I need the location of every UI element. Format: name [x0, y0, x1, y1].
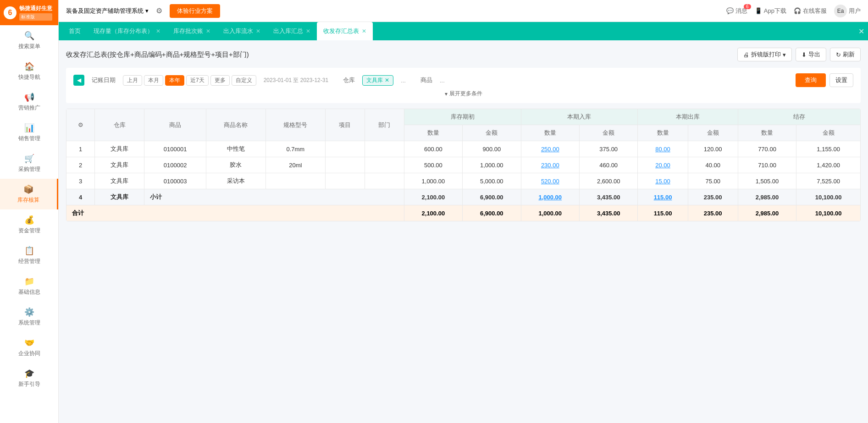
online-service-button[interactable]: 🎧 在线客服 [794, 7, 827, 15]
trial-button[interactable]: 体验行业方案 [170, 4, 220, 18]
row-goods-spec: 20ml [265, 157, 325, 173]
total-out-qty: 115.00 [638, 205, 688, 221]
query-button[interactable]: 查询 [796, 73, 826, 87]
total-close-amt: 10,100.00 [796, 205, 861, 221]
topbar-right: 💬 消息 6 📱 App下载 🎧 在线客服 Ea 用户 [726, 5, 861, 17]
page-title-actions: 🖨 拆镜版打印 ▾ ⬇ 导出 ↻ 刷新 [737, 48, 861, 61]
export-icon: ⬇ [802, 51, 807, 58]
date-shortcut-近7天[interactable]: 近7天 [186, 75, 209, 86]
warehouse-tag-close-icon[interactable]: ✕ [385, 77, 389, 83]
sidebar-item-enterprise[interactable]: 🤝企业协同 [0, 332, 58, 363]
total-in-amt: 3,435.00 [579, 205, 637, 221]
row-in-qty[interactable]: 520.00 [521, 173, 579, 189]
nav-tab-inventory-dist[interactable]: 现存量（库存分布表）✕ [87, 22, 167, 40]
col-out-qty: 数量 [638, 125, 688, 141]
sidebar-item-newbie[interactable]: 🎓新手引导 [0, 363, 58, 394]
filter-settings-button[interactable]: 设置 [829, 73, 853, 87]
row-close-qty: 1,505.00 [738, 173, 796, 189]
col-group-outbound: 本期出库 [638, 109, 738, 125]
subtotal-out-qty[interactable]: 115.00 [638, 189, 688, 205]
warehouse-tag[interactable]: 文具库 ✕ [362, 75, 393, 86]
nav-tab-close-inout-summary[interactable]: ✕ [306, 28, 310, 34]
sidebar-item-label-quick-nav: 快捷导航 [18, 73, 40, 81]
col-settings-header[interactable]: ⚙ [66, 109, 95, 141]
message-badge: 6 [744, 4, 751, 9]
goods-more-button[interactable]: ... [440, 77, 445, 84]
sidebar-item-search[interactable]: 🔍搜索菜单 [0, 25, 58, 56]
topbar-settings-icon[interactable]: ⚙ [152, 4, 166, 18]
print-button[interactable]: 🖨 拆镜版打印 ▾ [737, 48, 792, 61]
row-goods-name: 中性笔 [206, 141, 266, 157]
row-in-qty[interactable]: 250.00 [521, 141, 579, 157]
col-project-header: 项目 [325, 109, 365, 141]
col-group-opening: 库存期初 [404, 109, 521, 125]
date-shortcut-本年[interactable]: 本年 [165, 75, 184, 86]
row-in-qty[interactable]: 230.00 [521, 157, 579, 173]
system-title-dropdown[interactable]: 装备及固定资产辅助管理系统 ▾ [66, 7, 149, 15]
sidebar-logo[interactable]: 6 畅捷通好生意 标准版 [0, 0, 58, 25]
enterprise-icon: 🤝 [24, 338, 34, 348]
date-shortcuts: 上月本月本年近7天更多自定义 [123, 75, 256, 86]
row-out-qty[interactable]: 15.00 [638, 173, 688, 189]
close-all-tabs-button[interactable]: ✕ [858, 27, 864, 36]
sidebar-item-basic-info[interactable]: 📁基础信息 [0, 271, 58, 302]
main-area: 装备及固定资产辅助管理系统 ▾ ⚙ 体验行业方案 💬 消息 6 📱 App下载 … [59, 0, 868, 423]
sidebar-item-sales[interactable]: 📊销售管理 [0, 117, 58, 148]
nav-tabs: 首页现存量（库存分布表）✕库存批次账✕出入库流水✕出入库汇总✕收发存汇总表✕✕ [59, 22, 868, 40]
nav-tab-receipt-summary[interactable]: 收发存汇总表✕ [317, 22, 373, 40]
nav-tab-inout-flow[interactable]: 出入库流水✕ [217, 22, 267, 40]
warehouse-more-button[interactable]: ... [401, 77, 406, 84]
subtotal-no: 4 [66, 189, 95, 205]
subtotal-out-amt: 235.00 [688, 189, 738, 205]
nav-tab-home[interactable]: 首页 [62, 22, 87, 40]
dropdown-arrow-icon: ▾ [145, 7, 149, 14]
expand-conditions-button[interactable]: ▾ 展开更多条件 [73, 87, 853, 98]
date-shortcut-上月[interactable]: 上月 [123, 75, 142, 86]
sidebar-item-operations[interactable]: 📋经营管理 [0, 240, 58, 271]
nav-tab-label-inout-summary: 出入库汇总 [273, 27, 303, 35]
row-open-qty: 1,000.00 [404, 173, 462, 189]
row-out-qty[interactable]: 20.00 [638, 157, 688, 173]
refresh-button[interactable]: ↻ 刷新 [830, 48, 861, 61]
date-shortcut-本月[interactable]: 本月 [144, 75, 163, 86]
row-goods-spec: 0.7mm [265, 141, 325, 157]
nav-tab-close-inventory-dist[interactable]: ✕ [156, 28, 160, 34]
nav-tab-close-receipt-summary[interactable]: ✕ [362, 28, 366, 34]
user-avatar: Ea [834, 5, 847, 17]
row-warehouse: 文具库 [95, 173, 144, 189]
col-open-amt: 金额 [463, 125, 521, 141]
sidebar-item-inventory[interactable]: 📦库存核算 [0, 179, 58, 209]
nav-tab-close-batch[interactable]: ✕ [206, 28, 210, 34]
user-menu[interactable]: Ea 用户 [834, 5, 861, 17]
sidebar-item-system[interactable]: ⚙️系统管理 [0, 302, 58, 332]
table-row: 1 文具库 0100001 中性笔 0.7mm 600.00 900.00 25… [66, 141, 861, 157]
row-open-amt: 5,000.00 [463, 173, 521, 189]
message-button[interactable]: 💬 消息 6 [726, 7, 747, 15]
nav-tab-inout-summary[interactable]: 出入库汇总✕ [267, 22, 317, 40]
quick-nav-icon: 🏠 [24, 61, 34, 71]
sidebar-item-quick-nav[interactable]: 🏠快捷导航 [0, 56, 58, 87]
subtotal-in-qty[interactable]: 1,000.00 [521, 189, 579, 205]
sidebar-item-marketing[interactable]: 📢营销推广 [0, 87, 58, 117]
sidebar-item-purchase[interactable]: 🛒采购管理 [0, 148, 58, 179]
row-out-amt: 40.00 [688, 157, 738, 173]
app-download-button[interactable]: 📱 App下载 [755, 7, 786, 15]
nav-tab-close-inout-flow[interactable]: ✕ [256, 28, 260, 34]
nav-tab-label-home: 首页 [69, 27, 81, 35]
logo-icon: 6 [4, 6, 17, 19]
row-close-amt: 1,155.00 [796, 141, 861, 157]
table-row: 2 文具库 0100002 胶水 20ml 500.00 1,000.00 23… [66, 157, 861, 173]
nav-tab-label-inventory-dist: 现存量（库存分布表） [94, 27, 153, 35]
sidebar-item-finance[interactable]: 💰资金管理 [0, 209, 58, 240]
export-button[interactable]: ⬇ 导出 [796, 48, 826, 61]
col-close-amt: 金额 [796, 125, 861, 141]
filter-collapse-button[interactable]: ◀ [73, 75, 84, 86]
row-out-qty[interactable]: 80.00 [638, 141, 688, 157]
row-warehouse: 文具库 [95, 141, 144, 157]
date-shortcut-自定义[interactable]: 自定义 [232, 75, 256, 86]
date-shortcut-更多[interactable]: 更多 [210, 75, 230, 86]
purchase-icon: 🛒 [24, 154, 34, 164]
sidebar-item-label-operations: 经营管理 [18, 258, 40, 265]
nav-tab-label-receipt-summary: 收发存汇总表 [323, 27, 359, 35]
nav-tab-batch[interactable]: 库存批次账✕ [167, 22, 217, 40]
